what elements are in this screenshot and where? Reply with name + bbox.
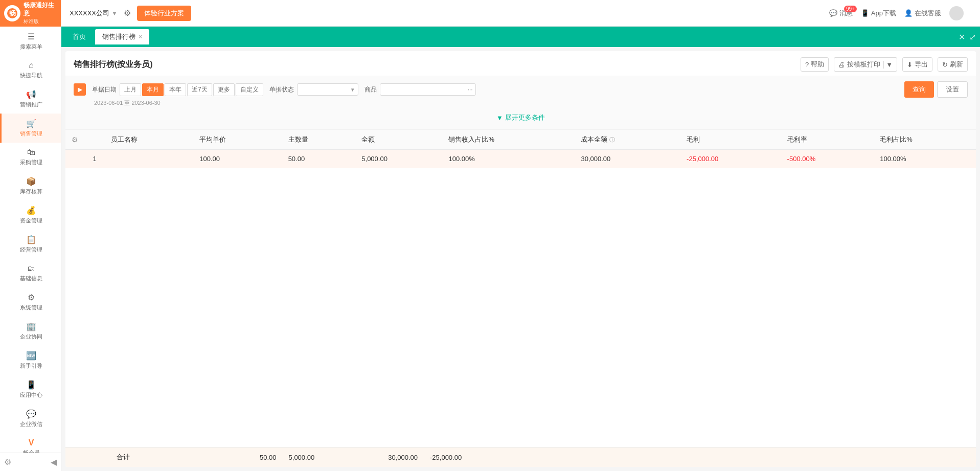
sidebar-item-label: 快捷导航 (20, 72, 42, 79)
sidebar-item-finance[interactable]: 💰 资金管理 (0, 200, 61, 230)
sidebar-item-inventory[interactable]: 📦 库存核算 (0, 171, 61, 200)
col-gross: 毛利 (680, 130, 781, 150)
custom-btn[interactable]: 自定义 (236, 83, 263, 96)
system-icon: ⚙ (28, 293, 35, 302)
page-title: 销售排行榜(按业务员) (74, 59, 801, 70)
company-selector[interactable]: XXXXXX公司 ▼ (70, 9, 118, 18)
help-icon: ? (805, 61, 809, 69)
table-row: 1 100.00 50.00 5,000.00 100.00% 30,000.0… (65, 150, 976, 168)
sidebar-item-sales[interactable]: 🛒 销售管理 (0, 114, 61, 143)
sidebar-item-wechat[interactable]: 💬 企业微信 (0, 404, 61, 433)
marketing-icon: 📢 (26, 89, 36, 99)
print-btn[interactable]: 🖨 按模板打印 ▼ (834, 57, 897, 72)
sidebar-item-member[interactable]: V 畅会员 (0, 433, 61, 453)
sidebar-item-guide[interactable]: 🆕 新手引导 (0, 346, 61, 375)
cell-avg-price: 100.00 (193, 150, 282, 168)
tabbar-close-icon[interactable]: ✕ (959, 32, 965, 42)
col-main-qty: 主数量 (282, 130, 356, 150)
sidebar-item-label: 资金管理 (20, 217, 42, 225)
expand-more-icon: ▼ (496, 114, 503, 122)
sidebar-item-label: 应用中心 (20, 391, 42, 399)
logo-sub: 标准版 (24, 18, 57, 25)
logo-name: 畅康通好生意 (24, 2, 57, 17)
goods-input-more-icon[interactable]: ··· (468, 86, 473, 93)
message-btn[interactable]: 💬 消息 99+ (829, 9, 853, 18)
member-icon: V (29, 438, 34, 447)
settings-icon[interactable]: ⚙ (4, 457, 11, 467)
sidebar-item-search-order[interactable]: ☰ 搜索菜单 (0, 27, 61, 56)
tab-close-icon[interactable]: × (139, 33, 142, 40)
tab-sales-ranking[interactable]: 销售排行榜 × (95, 29, 149, 44)
expand-more-btn[interactable]: ▼ 展开更多条件 (74, 111, 968, 124)
online-service-btn[interactable]: 👤 在线客服 (904, 9, 941, 18)
sidebar-item-label: 企业微信 (20, 420, 42, 428)
sidebar-item-label: 企业协同 (20, 333, 42, 341)
quick-nav-icon: ⌂ (29, 61, 34, 70)
avatar[interactable] (949, 6, 964, 20)
last-month-btn[interactable]: 上月 (120, 83, 141, 96)
sidebar-item-operations[interactable]: 📋 经营管理 (0, 230, 61, 259)
cell-cost-amount: 30,000.00 (575, 150, 680, 168)
collapse-icon[interactable]: ◀ (51, 457, 57, 467)
print-dropdown-icon: ▼ (883, 61, 893, 69)
cell-gross-rate: -500.00% (781, 150, 874, 168)
company-dropdown-icon: ▼ (111, 10, 118, 17)
cell-gross-pct: 100.00% (874, 150, 976, 168)
col-settings[interactable]: ⚙ (65, 130, 84, 150)
date-range-text: 2023-06-01 至 2023-06-30 (94, 100, 161, 106)
company-name: XXXXXX公司 (70, 9, 109, 18)
footer-gross: -25,000.00 (424, 454, 468, 461)
sidebar-bottom: ⚙ ◀ (0, 453, 61, 471)
column-settings-icon: ⚙ (72, 136, 78, 144)
this-month-btn[interactable]: 本月 (142, 83, 164, 96)
sidebar-item-basic-info[interactable]: 🗂 基础信息 (0, 259, 61, 287)
basic-info-icon: 🗂 (27, 264, 35, 273)
finance-icon: 💰 (26, 206, 36, 215)
enterprise-icon: 🏢 (26, 322, 36, 331)
filter-collapse-btn[interactable]: ▶ (74, 83, 86, 96)
sidebar-item-system[interactable]: ⚙ 系统管理 (0, 287, 61, 317)
sidebar-item-marketing[interactable]: 📢 营销推广 (0, 84, 61, 114)
sidebar-item-label: 新手引导 (20, 362, 42, 370)
col-amount: 全额 (355, 130, 442, 150)
sidebar-item-label: 基础信息 (20, 275, 42, 282)
table-wrap: ⚙ 员工名称 平均单价 主数量 全额 销售收入占比% 成本全额 ⓘ 毛利 毛利率… (65, 130, 976, 447)
sidebar-item-enterprise[interactable]: 🏢 企业协同 (0, 317, 61, 346)
more-btn[interactable]: 更多 (213, 83, 235, 96)
sidebar-item-label: 销售管理 (20, 130, 42, 138)
goods-input[interactable] (380, 83, 476, 96)
help-btn[interactable]: ? 帮助 (801, 57, 829, 72)
sidebar-item-purchase[interactable]: 🛍 采购管理 (0, 143, 61, 171)
status-label: 单据状态 (269, 85, 294, 94)
tabbar-expand-icon[interactable]: ⤢ (969, 32, 976, 42)
status-select[interactable] (297, 83, 358, 96)
page-actions: ? 帮助 🖨 按模板打印 ▼ ⬇ 导出 ↻ 刷新 (801, 57, 968, 72)
print-icon: 🖨 (838, 61, 845, 69)
export-btn[interactable]: ⬇ 导出 (902, 57, 932, 72)
page-content: 销售排行榜(按业务员) ? 帮助 🖨 按模板打印 ▼ ⬇ 导出 (61, 47, 980, 471)
tab-home[interactable]: 首页 (65, 29, 93, 44)
app-download-btn[interactable]: 📱 App下载 (861, 9, 896, 18)
service-icon: 👤 (904, 9, 913, 17)
action-btns: 查询 设置 (904, 81, 968, 98)
sidebar-item-label: 库存核算 (20, 188, 42, 195)
footer-label: 合计 (110, 453, 202, 462)
cell-settings (65, 150, 84, 168)
app-icon: 📱 (861, 9, 869, 17)
col-employee: 员工名称 (105, 130, 193, 150)
last-7days-btn[interactable]: 近7天 (187, 83, 212, 96)
sidebar-item-quick-nav[interactable]: ⌂ 快捷导航 (0, 56, 61, 84)
topbar-gear-icon[interactable]: ⚙ (124, 8, 131, 18)
sidebar-item-apps[interactable]: 📱 应用中心 (0, 375, 61, 404)
topbar-right: 💬 消息 99+ 📱 App下载 👤 在线客服 (829, 6, 972, 20)
col-gross-pct: 毛利占比% (874, 130, 976, 150)
col-gross-rate: 毛利率 (781, 130, 874, 150)
logo-icon: 畅 (4, 5, 20, 21)
filter-area: ▶ 单据日期 上月 本月 本年 近7天 更多 自定义 (65, 76, 976, 130)
refresh-btn[interactable]: ↻ 刷新 (938, 57, 968, 72)
this-year-btn[interactable]: 本年 (165, 83, 186, 96)
filter-row-1: ▶ 单据日期 上月 本月 本年 近7天 更多 自定义 (74, 81, 968, 98)
trial-btn[interactable]: 体验行业方案 (137, 6, 191, 21)
setting-btn[interactable]: 设置 (937, 81, 968, 98)
query-btn[interactable]: 查询 (904, 81, 934, 98)
